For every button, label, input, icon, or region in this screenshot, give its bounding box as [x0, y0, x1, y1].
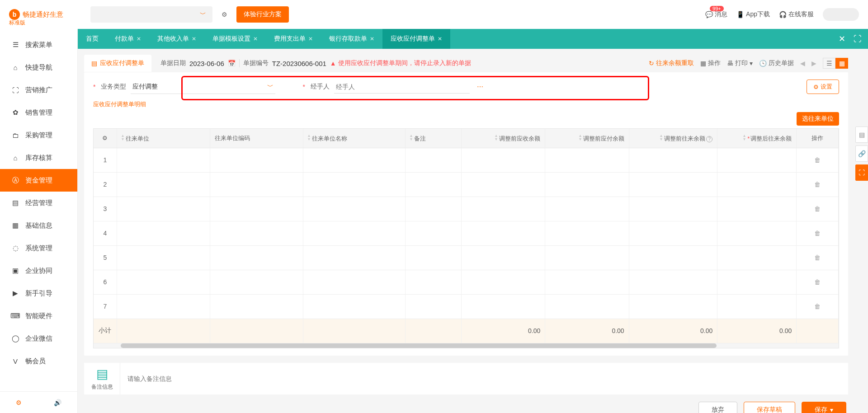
user-avatar[interactable] — [823, 8, 859, 21]
sidebar-item-label: 经营管理 — [25, 199, 52, 207]
sidebar-item-guide[interactable]: ▶新手引导 — [0, 282, 77, 305]
more-icon[interactable]: ⋯ — [477, 83, 483, 90]
gear-icon[interactable]: ⚙ — [102, 135, 108, 141]
experience-button[interactable]: 体验行业方案 — [236, 6, 289, 23]
delete-icon[interactable]: 🗑 — [814, 278, 821, 286]
tab-付款单[interactable]: 付款单✕ — [107, 29, 149, 49]
basic-icon: ▦ — [11, 221, 20, 230]
online-service-link[interactable]: 🎧 在线客服 — [779, 10, 814, 19]
tab-应收应付调整单[interactable]: 应收应付调整单✕ — [382, 29, 450, 49]
view-list-icon[interactable]: ☰ — [823, 58, 835, 69]
biz-type-field: * 业务类型 应付调整 ﹀ — [93, 80, 275, 94]
next-icon[interactable]: ▶ — [811, 60, 816, 67]
message-badge: 99+ — [710, 6, 724, 11]
table-row[interactable]: 3🗑 — [94, 197, 839, 221]
history-button[interactable]: 🕓 历史单据 — [759, 59, 794, 67]
operate-button[interactable]: ▦ 操作 — [700, 59, 721, 67]
sidebar-item-wechat[interactable]: ◯企业微信 — [0, 327, 77, 350]
tab-单据模板设置[interactable]: 单据模板设置✕ — [204, 29, 266, 49]
close-icon[interactable]: ✕ — [137, 36, 141, 42]
select-unit-button[interactable]: 选往来单位 — [797, 112, 839, 126]
prev-icon[interactable]: ◀ — [800, 60, 805, 67]
tab-home[interactable]: 首页 — [78, 29, 107, 49]
delete-icon[interactable]: 🗑 — [814, 156, 821, 164]
sidebar-item-inventory[interactable]: ⌂库存核算 — [0, 146, 77, 169]
biz-type-value: 应付调整 — [132, 83, 158, 91]
delete-icon[interactable]: 🗑 — [814, 205, 821, 212]
messages-link[interactable]: 💬 消息 99+ — [705, 10, 727, 19]
sidebar-item-marketing[interactable]: ⛶营销推广 — [0, 79, 77, 101]
sidebar-item-funds[interactable]: Ⓐ资金管理 — [0, 169, 77, 192]
collab-icon: ▣ — [11, 266, 20, 275]
tab-其他收入单[interactable]: 其他收入单✕ — [149, 29, 204, 49]
table-row[interactable]: 6🗑 — [94, 270, 839, 294]
tab-银行存取款单[interactable]: 银行存取款单✕ — [321, 29, 382, 49]
close-icon[interactable]: ✕ — [370, 36, 374, 42]
sidebar-item-business[interactable]: ▤经营管理 — [0, 192, 77, 214]
save-button[interactable]: 保存▾ — [802, 402, 846, 413]
biz-type-select[interactable]: 应付调整 ﹀ — [131, 80, 275, 94]
col-post-bal: 调整后往来余额 — [750, 135, 792, 142]
table-row[interactable]: 4🗑 — [94, 221, 839, 245]
settings-button[interactable]: ⚙设置 — [807, 80, 839, 94]
sidebar-item-quicknav[interactable]: ⌂快捷导航 — [0, 56, 77, 79]
sidebar-item-label: 基础信息 — [25, 221, 52, 230]
sidebar-item-vip[interactable]: V畅会员 — [0, 350, 77, 372]
tab-费用支出单[interactable]: 费用支出单✕ — [266, 29, 321, 49]
gear-icon: ⚙ — [813, 84, 819, 90]
company-selector[interactable]: ﹀ — [90, 6, 212, 23]
save-draft-button[interactable]: 保存草稿 — [744, 402, 795, 413]
side-tool-expand[interactable]: ⛶ — [855, 164, 868, 181]
logo-icon: b — [9, 9, 20, 20]
sidebar-item-sales[interactable]: ✿销售管理 — [0, 101, 77, 124]
side-tool-attach[interactable]: 🔗 — [855, 145, 868, 162]
calendar-icon[interactable]: 📅 — [228, 60, 236, 67]
view-detail-icon[interactable]: ▦ — [835, 58, 848, 69]
date-label: 单据日期 — [160, 59, 186, 67]
close-icon[interactable]: ✕ — [438, 36, 442, 42]
app-download-link[interactable]: 📱 App下载 — [736, 10, 770, 19]
sidebar-item-purchase[interactable]: 🗀采购管理 — [0, 124, 77, 146]
right-side-tools: ▤ 🔗 ⛶ — [855, 127, 868, 181]
remark-input[interactable] — [120, 375, 848, 382]
table-row[interactable]: 2🗑 — [94, 172, 839, 197]
table-row[interactable]: 7🗑 — [94, 294, 839, 319]
message-icon: 💬 — [705, 11, 713, 18]
form-card: * 业务类型 应付调整 ﹀ * 经手人 ⋯ ⚙设置 应收应付调整单明细 选往来单… — [84, 72, 848, 356]
sidebar-item-system[interactable]: ◌系统管理 — [0, 237, 77, 259]
delete-icon[interactable]: 🗑 — [814, 254, 821, 261]
expand-button[interactable]: ⛶ — [852, 33, 863, 46]
sidebar-item-basic[interactable]: ▦基础信息 — [0, 214, 77, 237]
close-icon[interactable]: ✕ — [253, 36, 258, 42]
print-button[interactable]: 🖶 打印 ▾ — [727, 59, 753, 67]
tab-label: 应收应付调整单 — [391, 35, 435, 43]
table-row[interactable]: 1🗑 — [94, 148, 839, 172]
abandon-button[interactable]: 放弃 — [698, 402, 737, 413]
sound-icon[interactable]: 🔊 — [54, 399, 61, 406]
sales-icon: ✿ — [11, 108, 20, 117]
delete-icon[interactable]: 🗑 — [814, 181, 821, 188]
funds-icon: Ⓐ — [11, 176, 20, 185]
header-right: 💬 消息 99+ 📱 App下载 🎧 在线客服 — [705, 8, 859, 21]
rebuild-balance-button[interactable]: ↻ 往来余额重取 — [649, 59, 694, 67]
delete-icon[interactable]: 🗑 — [814, 303, 821, 310]
settings-icon[interactable]: ⚙ — [16, 399, 22, 406]
close-icon[interactable]: ✕ — [192, 36, 196, 42]
sidebar-item-collab[interactable]: ▣企业协同 — [0, 259, 77, 282]
sidebar-item-hardware[interactable]: ⌨智能硬件 — [0, 305, 77, 327]
vip-icon: V — [11, 357, 20, 366]
horizontal-scrollbar[interactable] — [94, 343, 839, 348]
close-icon[interactable]: ✕ — [308, 36, 313, 42]
quicknav-icon: ⌂ — [11, 63, 20, 72]
guide-icon: ▶ — [11, 289, 20, 298]
marketing-icon: ⛶ — [11, 85, 20, 94]
handler-input[interactable] — [334, 80, 470, 94]
close-all-tabs-button[interactable]: ✕ — [837, 32, 847, 46]
sidebar-item-search[interactable]: ☰搜索菜单 — [0, 33, 77, 56]
col-op: 操作 — [811, 135, 823, 141]
side-tool-note[interactable]: ▤ — [855, 127, 868, 143]
detail-table: ⚙ ▴▾往来单位 往来单位编码 ▴▾往来单位名称 ▴▾备注 ▴▾调整前应收余额 … — [93, 128, 839, 348]
gear-icon[interactable]: ⚙ — [222, 11, 227, 18]
delete-icon[interactable]: 🗑 — [814, 230, 821, 237]
table-row[interactable]: 5🗑 — [94, 245, 839, 270]
